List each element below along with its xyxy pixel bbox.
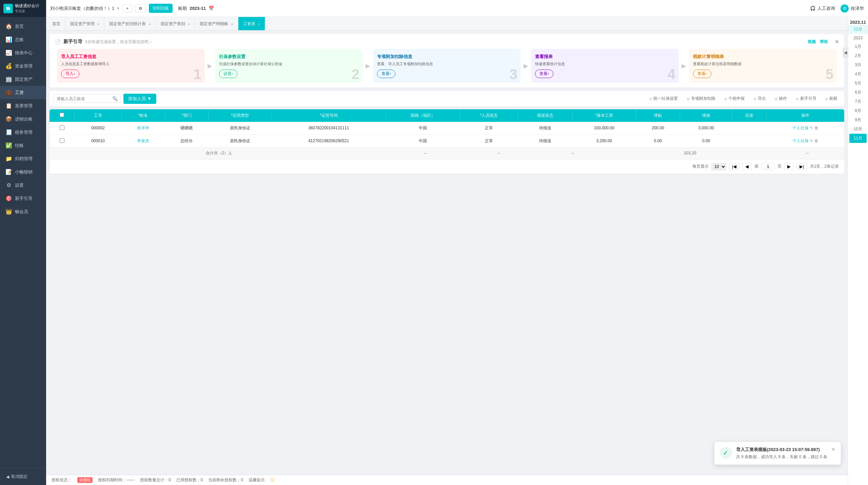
row-performance: 0.00 bbox=[680, 134, 732, 147]
month-item-2023[interactable]: 2023 bbox=[848, 34, 868, 42]
step-btn-4[interactable]: 查看› bbox=[535, 70, 553, 78]
sidebar-item-畅会员[interactable]: 👑畅会员 bbox=[0, 205, 46, 218]
month-item-8月[interactable]: 8月 bbox=[848, 106, 868, 115]
step-btn-5[interactable]: 查看› bbox=[693, 70, 711, 78]
step-btn-1[interactable]: 导入› bbox=[61, 70, 79, 78]
tab-固定资产折旧统计表[interactable]: 固定资产折旧统计表× bbox=[104, 17, 156, 30]
toast-close-button[interactable]: ✕ bbox=[831, 447, 835, 452]
nav-label: 税务管理 bbox=[15, 129, 33, 135]
guide-close-button[interactable]: ✕ bbox=[835, 39, 839, 44]
guide-help-link[interactable]: 帮助 bbox=[820, 39, 828, 45]
add-person-dropdown-arrow: ▼ bbox=[147, 96, 152, 101]
tab-固定资产管理[interactable]: 固定资产管理× bbox=[65, 17, 104, 30]
sidebar-item-设置[interactable]: ⚙设置 bbox=[0, 179, 46, 192]
table-footer-row: 合计共（2）人 -- -- -- 103,20 -- bbox=[50, 148, 844, 159]
toolbar-action-专项附加扣除[interactable]: ○专项附加扣除 bbox=[684, 94, 718, 103]
step-btn-2[interactable]: 设置› bbox=[219, 70, 237, 78]
month-item-5月[interactable]: 5月 bbox=[848, 79, 868, 88]
row-delete-icon[interactable]: 🗑 bbox=[814, 138, 818, 143]
row-edit-icon[interactable]: ✎ bbox=[810, 138, 813, 143]
nav-label: 设置 bbox=[15, 182, 24, 188]
tab-close-icon[interactable]: × bbox=[97, 22, 99, 26]
row-report-status: 待报送 bbox=[518, 122, 572, 135]
per-page-label: 每页显示 bbox=[692, 164, 709, 169]
toolbar-action-导出[interactable]: ○导出 bbox=[751, 94, 768, 103]
select-all-checkbox[interactable] bbox=[60, 113, 64, 117]
sidebar-item-小畅报销[interactable]: 📝小畅报销 bbox=[0, 165, 46, 179]
month-item-6月[interactable]: 6月 bbox=[848, 88, 868, 97]
sidebar-item-进销台账[interactable]: 📦进销台账 bbox=[0, 112, 46, 126]
service-button[interactable]: 🎧 人工咨询 bbox=[810, 5, 835, 12]
month-item-2月[interactable]: 2月 bbox=[848, 51, 868, 60]
tab-close-icon[interactable]: × bbox=[188, 22, 190, 26]
tab-close-icon[interactable]: × bbox=[258, 22, 260, 26]
unpin-button[interactable]: ◀ 取消固定 bbox=[3, 472, 43, 482]
auth-label: 授权状态： bbox=[52, 477, 72, 483]
page-first-button[interactable]: |◀ bbox=[729, 163, 739, 170]
guide-video-link[interactable]: 视频 bbox=[808, 39, 816, 45]
tab-close-icon[interactable]: × bbox=[231, 22, 233, 26]
nav-icon: 🧾 bbox=[5, 129, 12, 135]
sidebar-item-固定资产[interactable]: 🏢固定资产 bbox=[0, 73, 46, 86]
toolbar-action-刷新[interactable]: ○刷新 bbox=[823, 94, 840, 103]
month-item-1月[interactable]: 1月 bbox=[848, 42, 868, 51]
toolbar-action-操作[interactable]: ○操作 bbox=[772, 94, 790, 103]
month-item-4月[interactable]: 4月 bbox=[848, 70, 868, 79]
sidebar: 畅 畅捷通好会计 专业版 🏠首页📊总账📈报表中心💰资金管理🏢固定资产💼工资📋发票… bbox=[0, 0, 46, 485]
month-item-10月[interactable]: 10月 bbox=[848, 125, 868, 134]
settings-button[interactable]: ⚙ bbox=[135, 4, 146, 13]
switch-version-button[interactable]: 切到旧版 bbox=[149, 4, 173, 13]
sidebar-item-归档管理[interactable]: 📁归档管理 bbox=[0, 152, 46, 165]
period-selector[interactable]: 账期 2023-11 📅 bbox=[178, 5, 214, 12]
nav-label: 首页 bbox=[15, 23, 24, 30]
tab-固定资产明细账[interactable]: 固定资产明细账× bbox=[195, 17, 238, 30]
add-account-button[interactable]: + bbox=[122, 4, 132, 13]
row-checkbox[interactable] bbox=[50, 134, 75, 147]
row-name[interactable]: 李俊杰 bbox=[121, 134, 165, 147]
toolbar-action-个税申报[interactable]: ○个税申报 bbox=[722, 94, 747, 103]
page-next-button[interactable]: ▶ bbox=[784, 163, 794, 170]
guide-step-arrow-1: ▶ bbox=[207, 62, 213, 70]
page-last-button[interactable]: ▶| bbox=[796, 163, 807, 170]
sidebar-item-总账[interactable]: 📊总账 bbox=[0, 33, 46, 46]
page-number-input[interactable] bbox=[761, 163, 775, 170]
sidebar-item-发票管理[interactable]: 📋发票管理 bbox=[0, 99, 46, 112]
search-box[interactable]: 🔍 bbox=[54, 94, 121, 103]
table-header: 工号*姓名*部门*证照类型*证照号码国籍（地区）*人员状态报送状态*基本工资津贴… bbox=[50, 109, 844, 122]
user-avatar: 徐 bbox=[841, 4, 849, 13]
panel-toggle[interactable]: ◀ bbox=[843, 48, 848, 58]
per-page-select[interactable]: 10 20 50 bbox=[711, 163, 726, 170]
row-edit-icon[interactable]: ✎ bbox=[810, 126, 813, 130]
row-actions[interactable]: 个人社保 ✎ 🗑 bbox=[767, 134, 844, 147]
row-delete-icon[interactable]: 🗑 bbox=[814, 126, 818, 130]
row-name[interactable]: 徐泽华 bbox=[121, 122, 165, 135]
toolbar-action-新手引导[interactable]: ○新手引导 bbox=[793, 94, 819, 103]
row-report-status: 待报送 bbox=[518, 134, 572, 147]
account-selector[interactable]: 刘小艳演示账套（勿删勿动！）1 ▼ bbox=[50, 5, 120, 12]
sidebar-item-税务管理[interactable]: 🧾税务管理 bbox=[0, 126, 46, 139]
toolbar-action-统一社保设置[interactable]: ○统一社保设置 bbox=[647, 94, 680, 103]
sidebar-item-结账[interactable]: ✅结账 bbox=[0, 139, 46, 152]
tab-工资表[interactable]: 工资表× bbox=[238, 17, 265, 30]
month-item-11月[interactable]: 11月 bbox=[849, 134, 867, 143]
search-input[interactable] bbox=[57, 96, 111, 101]
month-item-7月[interactable]: 7月 bbox=[848, 97, 868, 106]
row-actions[interactable]: 个人社保 ✎ 🗑 bbox=[767, 122, 844, 135]
month-item-3月[interactable]: 3月 bbox=[848, 60, 868, 70]
user-profile[interactable]: 徐 徐泽华 bbox=[841, 4, 864, 13]
tab-固定资产类别[interactable]: 固定资产类别× bbox=[156, 17, 195, 30]
row-checkbox[interactable] bbox=[50, 122, 75, 135]
sidebar-item-资金管理[interactable]: 💰资金管理 bbox=[0, 59, 46, 73]
sidebar-item-新手引导[interactable]: 🎯新手引导 bbox=[0, 192, 46, 205]
sidebar-item-首页[interactable]: 🏠首页 bbox=[0, 20, 46, 33]
sidebar-item-报表中心[interactable]: 📈报表中心 bbox=[0, 46, 46, 59]
page-prev-button[interactable]: ◀ bbox=[742, 163, 752, 170]
sidebar-item-工资[interactable]: 💼工资 bbox=[0, 86, 46, 99]
step-btn-3[interactable]: 查看› bbox=[377, 70, 395, 78]
month-item-9月[interactable]: 9月 bbox=[848, 115, 868, 125]
tab-首页[interactable]: 首页 bbox=[47, 17, 65, 30]
add-person-button[interactable]: 添加人员 ▼ bbox=[123, 94, 156, 104]
month-item-12月[interactable]: 12月 bbox=[848, 25, 868, 34]
nav-icon: 📋 bbox=[5, 102, 12, 109]
tab-close-icon[interactable]: × bbox=[149, 22, 151, 26]
